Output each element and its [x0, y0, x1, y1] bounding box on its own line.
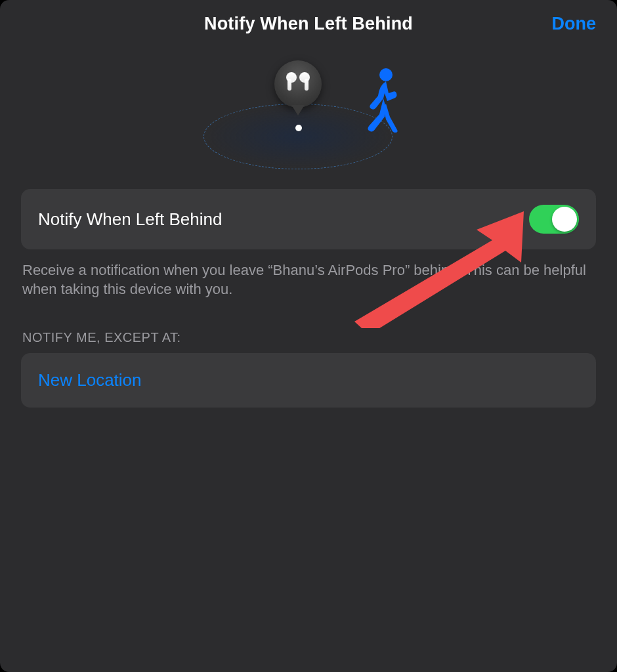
notify-toggle-group: Notify When Left Behind [21, 189, 596, 249]
center-dot-icon [295, 125, 302, 131]
settings-modal: Notify When Left Behind Done [0, 0, 617, 672]
notify-toggle-label: Notify When Left Behind [38, 209, 222, 230]
airpods-icon [286, 72, 310, 92]
done-button[interactable]: Done [552, 14, 597, 34]
new-location-button[interactable]: New Location [38, 370, 579, 390]
svg-point-0 [379, 68, 393, 81]
notify-toggle-switch[interactable] [529, 205, 579, 234]
walking-person-icon [360, 67, 403, 133]
hero-illustration [0, 54, 617, 172]
notify-toggle-row[interactable]: Notify When Left Behind [21, 189, 596, 249]
new-location-row[interactable]: New Location [21, 353, 596, 408]
notify-toggle-description: Receive a notification when you leave “B… [22, 261, 595, 299]
exceptions-header: NOTIFY ME, EXCEPT AT: [22, 330, 595, 345]
modal-header: Notify When Left Behind Done [0, 0, 617, 47]
toggle-knob [552, 207, 577, 232]
page-title: Notify When Left Behind [204, 14, 413, 34]
device-pin-icon [274, 60, 322, 108]
hero-inner [203, 54, 414, 172]
